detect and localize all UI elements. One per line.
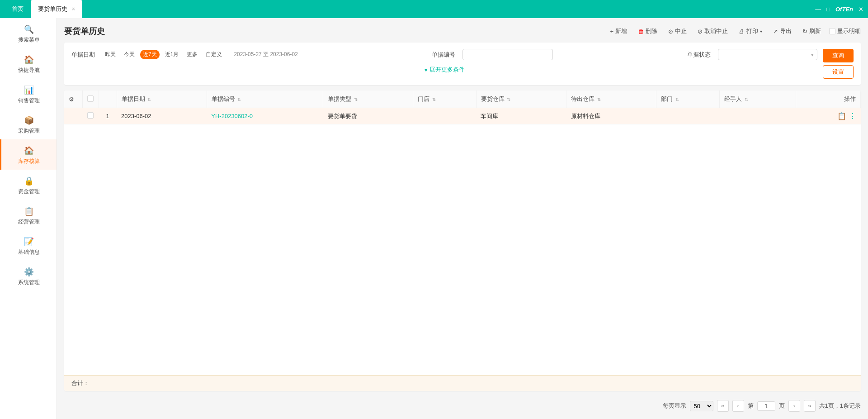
table-panel: ⚙ 单据日期 ⇅ 单据编号: [64, 90, 861, 391]
sort-order-type-icon[interactable]: ⇅: [354, 97, 358, 102]
sidebar-label-finance: 资金管理: [18, 188, 40, 195]
maximize-btn[interactable]: □: [826, 6, 830, 13]
date-opt-7days[interactable]: 近7天: [140, 50, 160, 59]
close-window-btn[interactable]: ✕: [859, 6, 863, 13]
table-footer: 合计：: [64, 375, 861, 391]
th-pending-warehouse: 待出仓库 ⇅: [566, 90, 656, 108]
quick-nav-icon: 🏠: [24, 55, 34, 65]
sort-pending-warehouse-icon[interactable]: ⇅: [597, 97, 601, 102]
order-no-link[interactable]: YH-20230602-0: [211, 113, 253, 119]
refresh-button[interactable]: ↻ 刷新: [800, 25, 824, 37]
prev-page-btn[interactable]: ‹: [732, 400, 744, 412]
filter-fields: 单据日期 昨天 今天 近7天 近1月 更多 自定义 2023-05-27 至 2…: [71, 49, 817, 79]
date-opt-1month[interactable]: 近1月: [162, 50, 182, 59]
expand-more-icon: ▾: [425, 67, 428, 73]
search-menu-icon: 🔍: [24, 24, 34, 34]
system-icon: ⚙️: [24, 267, 34, 277]
finance-icon: 🔒: [24, 176, 34, 186]
th-settings: ⚙: [64, 90, 82, 108]
sidebar-label-search-menu: 搜索菜单: [18, 36, 40, 44]
status-select[interactable]: [718, 49, 817, 60]
close-tab-icon[interactable]: ×: [72, 6, 75, 12]
date-range-display: 2023-05-27 至 2023-06-02: [234, 51, 297, 58]
td-num: 1: [99, 108, 117, 124]
export-button[interactable]: ↗ 导出: [770, 25, 794, 37]
sidebar-label-quick-nav: 快捷导航: [18, 67, 40, 74]
expand-more-btn[interactable]: ▾ 展开更多条件: [71, 66, 817, 74]
sort-order-no-icon[interactable]: ⇅: [237, 97, 241, 102]
select-all-checkbox[interactable]: [87, 95, 94, 102]
date-options: 昨天 今天 近7天 近1月 更多 自定义: [102, 50, 225, 59]
minimize-btn[interactable]: —: [815, 6, 821, 13]
display-detail-check-icon: [829, 28, 835, 34]
sort-req-warehouse-icon[interactable]: ⇅: [507, 97, 510, 102]
delete-button[interactable]: 🗑 删除: [635, 25, 660, 37]
page-size-label: 每页显示: [663, 402, 686, 410]
stop-button[interactable]: ⊘ 中止: [665, 25, 689, 37]
date-opt-more[interactable]: 更多: [184, 50, 200, 59]
th-order-no: 单据编号 ⇅: [207, 90, 323, 108]
sidebar-item-operations[interactable]: 📋 经营管理: [0, 200, 57, 230]
first-page-btn[interactable]: «: [717, 400, 729, 412]
row-edit-icon[interactable]: 📋: [837, 112, 846, 120]
th-num: [99, 90, 117, 108]
sort-department-icon[interactable]: ⇅: [675, 97, 679, 102]
sort-date-icon[interactable]: ⇅: [147, 97, 151, 102]
sidebar-item-search-menu[interactable]: 🔍 搜索菜单: [0, 18, 57, 48]
date-opt-today[interactable]: 今天: [121, 50, 137, 59]
column-settings-icon[interactable]: ⚙: [69, 96, 74, 103]
sort-handler-icon[interactable]: ⇅: [745, 97, 748, 102]
display-detail-label: 显示明细: [837, 27, 861, 35]
next-page-btn[interactable]: ›: [788, 400, 800, 412]
operations-icon: 📋: [24, 206, 34, 216]
last-page-btn[interactable]: »: [804, 400, 816, 412]
page-number-input[interactable]: [757, 401, 775, 411]
th-handler: 经手人 ⇅: [719, 90, 796, 108]
order-no-input[interactable]: [462, 49, 553, 60]
add-button[interactable]: + 新增: [607, 25, 630, 37]
td-store: [413, 108, 476, 124]
print-icon: 🖨: [739, 28, 745, 35]
th-order-type: 单据类型 ⇅: [323, 90, 413, 108]
print-button[interactable]: 🖨 打印 ▾: [736, 25, 765, 37]
sidebar-item-sales[interactable]: 📊 销售管理: [0, 79, 57, 109]
filter-row-1: 单据日期 昨天 今天 近7天 近1月 更多 自定义 2023-05-27 至 2…: [71, 49, 817, 60]
main-layout: 🔍 搜索菜单 🏠 快捷导航 📊 销售管理 📦 采购管理 🏠 库存核算 🔒 资金管…: [0, 18, 868, 419]
page-size-select[interactable]: 50 10 20 100: [690, 401, 713, 411]
pagination-bar: 每页显示 50 10 20 100 « ‹ 第 页 › » 共1页，1条记录: [64, 396, 861, 412]
td-checkbox: [82, 108, 99, 124]
sidebar-label-operations: 经营管理: [18, 218, 40, 226]
sidebar-item-quick-nav[interactable]: 🏠 快捷导航: [0, 48, 57, 79]
order-no-label: 单据编号: [432, 51, 455, 59]
tab-active[interactable]: 要货单历史 ×: [31, 0, 82, 18]
th-req-warehouse: 要货仓库 ⇅: [476, 90, 566, 108]
basic-info-icon: 📝: [24, 237, 34, 247]
sidebar-item-finance[interactable]: 🔒 资金管理: [0, 170, 57, 200]
table-row: 1 2023-06-02 YH-20230602-0 要货单要货 车间库 原材料…: [64, 108, 861, 124]
setting-button[interactable]: 设置: [823, 65, 854, 79]
page-header: 要货单历史 + 新增 🗑 删除 ⊘ 中止 ⊘ 取消中止: [64, 25, 861, 37]
tab-home[interactable]: 首页: [5, 0, 31, 18]
cancel-stop-button[interactable]: ⊘ 取消中止: [695, 25, 731, 37]
page-input-label: 第: [748, 402, 754, 410]
stop-icon: ⊘: [668, 28, 673, 35]
pagination-summary: 共1页，1条记录: [819, 402, 861, 410]
td-req-warehouse: 车间库: [476, 108, 566, 124]
status-label: 单据状态: [687, 51, 711, 59]
sidebar-item-basic-info[interactable]: 📝 基础信息: [0, 230, 57, 261]
delete-icon: 🗑: [638, 28, 644, 35]
sidebar-label-purchase: 采购管理: [18, 127, 40, 135]
date-opt-custom[interactable]: 自定义: [203, 50, 225, 59]
sidebar-item-inventory[interactable]: 🏠 库存核算: [0, 139, 57, 170]
display-detail-checkbox[interactable]: 显示明细: [829, 27, 861, 35]
sidebar-label-basic-info: 基础信息: [18, 248, 40, 256]
row-checkbox[interactable]: [87, 112, 94, 119]
query-button[interactable]: 查询: [823, 49, 854, 62]
row-more-icon[interactable]: ⋮: [849, 112, 856, 120]
sort-store-icon[interactable]: ⇅: [432, 97, 436, 102]
sidebar-item-system[interactable]: ⚙️ 系统管理: [0, 261, 57, 291]
filter-panel: 单据日期 昨天 今天 近7天 近1月 更多 自定义 2023-05-27 至 2…: [64, 43, 861, 85]
sidebar-item-purchase[interactable]: 📦 采购管理: [0, 109, 57, 139]
filter-and-buttons: 单据日期 昨天 今天 近7天 近1月 更多 自定义 2023-05-27 至 2…: [71, 49, 854, 79]
date-opt-yesterday[interactable]: 昨天: [102, 50, 118, 59]
